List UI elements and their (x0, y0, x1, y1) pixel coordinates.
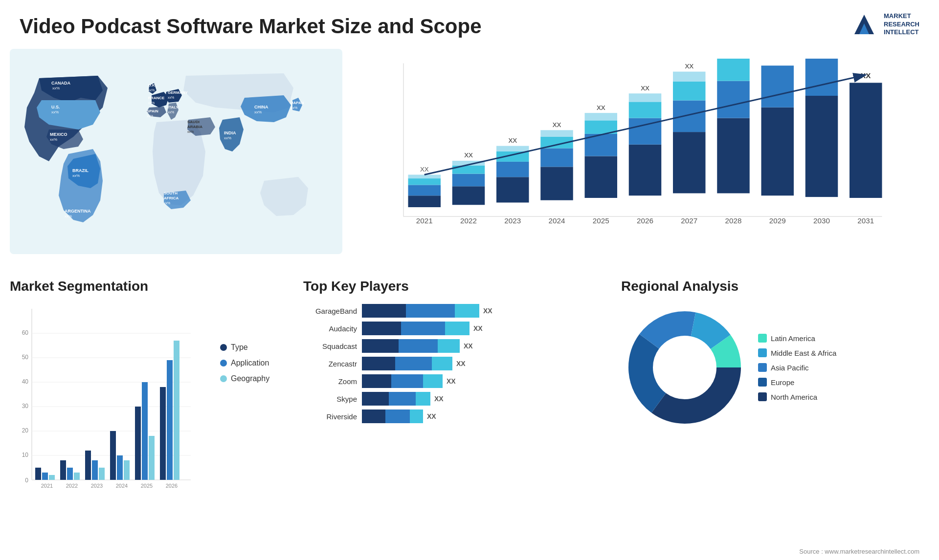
svg-text:xx%: xx% (50, 137, 57, 142)
svg-text:xx%: xx% (164, 201, 170, 205)
svg-rect-67 (629, 145, 662, 196)
svg-rect-83 (761, 108, 794, 196)
svg-rect-136 (160, 387, 166, 480)
svg-text:2025: 2025 (141, 483, 153, 489)
svg-rect-73 (673, 132, 706, 193)
player-bar-skype: XX (362, 392, 444, 406)
svg-rect-50 (496, 162, 529, 177)
label-middle-east: Middle East & Africa (771, 349, 836, 357)
color-middle-east (758, 348, 767, 357)
svg-text:2024: 2024 (116, 483, 128, 489)
legend-application: Application (220, 359, 293, 367)
svg-text:20: 20 (22, 427, 29, 434)
label-europe: Europe (771, 378, 794, 387)
player-bar-riverside: XX (362, 409, 436, 423)
svg-rect-69 (629, 102, 662, 118)
svg-rect-70 (629, 93, 662, 102)
svg-rect-126 (99, 468, 105, 480)
map-section: CANADA xx% U.S. xx% MEXICO xx% BRAZIL xx… (10, 49, 342, 254)
color-north-america (758, 392, 767, 401)
key-players-section: Top Key Players GarageBand XX Audacity (303, 279, 606, 547)
svg-rect-86 (805, 96, 838, 197)
svg-text:XX: XX (685, 63, 693, 70)
svg-text:2021: 2021 (41, 483, 53, 489)
segmentation-svg: 0 10 20 30 40 50 60 2021 (10, 304, 196, 509)
player-name-squadcast: Squadcast (303, 342, 357, 350)
svg-text:40: 40 (22, 378, 29, 385)
legend-geography: Geography (220, 374, 293, 383)
label-north-america: North America (771, 393, 817, 401)
svg-text:GERMANY: GERMANY (168, 90, 188, 95)
svg-rect-116 (35, 468, 41, 480)
legend-middle-east: Middle East & Africa (758, 348, 836, 357)
svg-text:xx%: xx% (65, 214, 72, 218)
player-label-garageband: XX (483, 307, 492, 315)
svg-text:SPAIN: SPAIN (147, 109, 158, 113)
svg-rect-49 (496, 177, 529, 202)
player-name-zoom: Zoom (303, 377, 357, 386)
svg-rect-125 (92, 460, 98, 480)
player-bar-zoom: XX (362, 374, 456, 388)
svg-text:XX: XX (508, 137, 517, 144)
svg-text:xx%: xx% (51, 110, 59, 114)
world-map: CANADA xx% U.S. xx% MEXICO xx% BRAZIL xx… (10, 49, 342, 254)
svg-text:U.K.: U.K. (148, 83, 156, 87)
svg-text:60: 60 (22, 329, 29, 336)
svg-rect-51 (496, 151, 529, 162)
svg-rect-89 (850, 83, 882, 198)
player-label-audacity: XX (473, 324, 483, 332)
svg-text:2026: 2026 (166, 483, 178, 489)
player-label-zoom: XX (447, 377, 456, 385)
logo-text: MARKET RESEARCH INTELLECT (884, 12, 919, 37)
player-row-zoom: Zoom XX (303, 374, 606, 388)
player-row-audacity: Audacity XX (303, 322, 606, 335)
svg-text:2029: 2029 (769, 216, 786, 225)
svg-rect-58 (540, 130, 573, 136)
svg-text:XX: XX (464, 151, 473, 159)
svg-rect-55 (540, 167, 573, 200)
svg-text:ARGENTINA: ARGENTINA (65, 209, 91, 214)
svg-rect-79 (717, 118, 750, 194)
player-label-skype: XX (434, 395, 444, 403)
svg-rect-80 (717, 81, 750, 118)
donut-chart (621, 304, 748, 431)
source-text: Source : www.marketresearchintellect.com (799, 548, 919, 555)
svg-text:XX: XX (597, 104, 605, 111)
legend-label-geography: Geography (231, 374, 269, 383)
svg-rect-133 (142, 382, 148, 480)
player-label-squadcast: XX (464, 342, 473, 350)
player-row-riverside: Riverside XX (303, 409, 606, 423)
player-bar-zencastr: XX (362, 357, 466, 370)
svg-rect-40 (408, 175, 441, 179)
svg-text:SAUDI: SAUDI (187, 120, 200, 124)
svg-rect-128 (110, 431, 116, 480)
player-row-skype: Skype XX (303, 392, 606, 406)
svg-text:XX: XX (641, 85, 649, 92)
svg-text:SOUTH: SOUTH (164, 191, 178, 195)
donut-legend: Latin America Middle East & Africa Asia … (758, 334, 836, 401)
svg-text:U.S.: U.S. (51, 105, 60, 109)
svg-rect-132 (135, 407, 141, 480)
svg-rect-64 (585, 113, 618, 120)
svg-text:xx%: xx% (254, 110, 262, 114)
players-list: GarageBand XX Audacity XX (303, 304, 606, 423)
svg-text:2025: 2025 (593, 216, 609, 225)
svg-text:XX: XX (553, 121, 561, 129)
svg-text:CHINA: CHINA (254, 105, 268, 109)
svg-text:JAPAN: JAPAN (291, 101, 304, 105)
svg-rect-121 (67, 468, 73, 480)
player-row-squadcast: Squadcast XX (303, 339, 606, 353)
svg-rect-138 (174, 341, 179, 480)
svg-text:2028: 2028 (725, 216, 742, 225)
legend-dot-type (220, 344, 227, 351)
player-name-garageband: GarageBand (303, 307, 357, 315)
segmentation-chart: 0 10 20 30 40 50 60 2021 (10, 304, 293, 529)
donut-container: Latin America Middle East & Africa Asia … (621, 304, 934, 431)
svg-text:xx%: xx% (168, 110, 174, 114)
market-segmentation-section: Market Segmentation 0 10 20 30 40 50 (10, 279, 293, 547)
svg-rect-43 (452, 186, 485, 205)
legend-label-type: Type (231, 343, 248, 352)
svg-text:ITALY: ITALY (168, 105, 179, 109)
legend-europe: Europe (758, 378, 836, 387)
svg-text:AFRICA: AFRICA (164, 196, 179, 200)
